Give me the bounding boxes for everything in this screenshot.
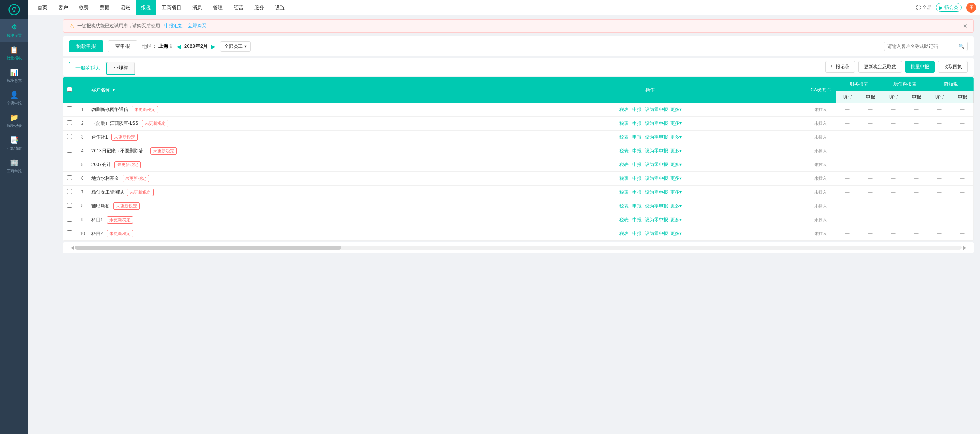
table-row: 10 科目2 未更新税定 税表 申报 设为零申报 更多▾ 未插入 — — — —… xyxy=(63,227,974,240)
op-tax-table-link[interactable]: 税表 xyxy=(619,162,629,167)
op-more-button[interactable]: 更多▾ xyxy=(670,217,682,222)
op-zero-submit-link[interactable]: 设为零申报 xyxy=(645,176,668,181)
op-more-button[interactable]: 更多▾ xyxy=(670,203,682,209)
staff-selector[interactable]: 全部员工 ▾ xyxy=(220,41,251,52)
op-zero-submit-link[interactable]: 设为零申报 xyxy=(645,231,668,236)
update-tax-button[interactable]: 更新税定及取数 xyxy=(858,61,902,73)
op-more-button[interactable]: 更多▾ xyxy=(670,162,682,167)
op-submit-link[interactable]: 申报 xyxy=(632,162,642,167)
op-tax-table-link[interactable]: 税表 xyxy=(619,148,629,153)
op-tax-table-link[interactable]: 税表 xyxy=(619,217,629,222)
op-submit-link[interactable]: 申报 xyxy=(632,148,642,153)
row-checkbox-7[interactable] xyxy=(67,203,72,208)
search-icon[interactable]: 🔍 xyxy=(959,44,964,49)
collect-receipt-button[interactable]: 收取回执 xyxy=(938,61,968,73)
banner-link-report[interactable]: 申报汇签 xyxy=(164,23,183,29)
op-zero-submit-link[interactable]: 设为零申报 xyxy=(645,217,668,222)
tab-general-taxpayer[interactable]: 一般的税人 xyxy=(69,62,107,75)
batch-submit-button[interactable]: 批量申报 xyxy=(905,61,935,73)
nav-settings[interactable]: 设置 xyxy=(270,0,290,15)
op-submit-link[interactable]: 申报 xyxy=(632,217,642,222)
row-checkbox-4[interactable] xyxy=(67,162,72,166)
fullscreen-button[interactable]: ⛶ 全屏 xyxy=(916,4,931,11)
nav-messages[interactable]: 消息 xyxy=(187,0,207,15)
nav-service[interactable]: 服务 xyxy=(249,0,270,15)
op-tax-table-link[interactable]: 税表 xyxy=(619,121,629,126)
tab-small-scale[interactable]: 小规模 xyxy=(107,62,135,74)
tab-zero-declaration[interactable]: 零申报 xyxy=(108,40,137,52)
row-checkbox-6[interactable] xyxy=(67,189,72,194)
vip-button[interactable]: ▶ 畅会员 xyxy=(936,3,962,12)
next-date-button[interactable]: ▶ xyxy=(211,43,216,50)
op-tax-table-link[interactable]: 税表 xyxy=(619,134,629,140)
row-checkbox-5[interactable] xyxy=(67,175,72,180)
op-tax-table-link[interactable]: 税表 xyxy=(619,107,629,112)
op-more-button[interactable]: 更多▾ xyxy=(670,121,682,126)
banner-link-purchase[interactable]: 立即购买 xyxy=(188,23,206,29)
row-checkbox-9[interactable] xyxy=(67,230,72,235)
tax-fill-cell: — xyxy=(882,116,905,130)
op-tax-table-link[interactable]: 税表 xyxy=(619,203,629,209)
op-more-button[interactable]: 更多▾ xyxy=(670,107,682,112)
op-submit-link[interactable]: 申报 xyxy=(632,203,642,209)
nav-customer[interactable]: 客户 xyxy=(53,0,74,15)
op-zero-submit-link[interactable]: 设为零申报 xyxy=(645,189,668,195)
add-fill-cell: — xyxy=(928,103,951,117)
row-checkbox-8[interactable] xyxy=(67,217,72,222)
finance-submit-cell: — xyxy=(859,213,882,227)
status-badge: 未更新税定 xyxy=(122,175,149,182)
nav-operations[interactable]: 经营 xyxy=(228,0,249,15)
search-input[interactable] xyxy=(887,44,956,49)
op-zero-submit-link[interactable]: 设为零申报 xyxy=(645,107,668,112)
op-zero-submit-link[interactable]: 设为零申报 xyxy=(645,134,668,140)
sidebar-item-batch-tax[interactable]: 📋 批量报税 xyxy=(0,42,28,64)
prev-date-button[interactable]: ◀ xyxy=(176,43,181,50)
tab-tax-declaration[interactable]: 税款申报 xyxy=(69,40,103,52)
user-avatar[interactable]: 用 xyxy=(966,3,976,13)
op-more-button[interactable]: 更多▾ xyxy=(670,189,682,195)
select-all-checkbox[interactable] xyxy=(67,87,72,92)
nav-home[interactable]: 首页 xyxy=(32,0,53,15)
op-zero-submit-link[interactable]: 设为零申报 xyxy=(645,203,668,209)
nav-invoice[interactable]: 票据 xyxy=(94,0,115,15)
sidebar-item-personal-tax[interactable]: 👤 个税申报 xyxy=(0,87,28,109)
scroll-left-arrow[interactable]: ◀ xyxy=(69,245,75,251)
nav-tax[interactable]: 报税 xyxy=(136,0,156,15)
th-name[interactable]: 客户名称 ▾ xyxy=(88,77,495,103)
op-submit-link[interactable]: 申报 xyxy=(632,121,642,126)
row-checkbox-3[interactable] xyxy=(67,148,72,153)
nav-management[interactable]: 管理 xyxy=(207,0,228,15)
op-more-button[interactable]: 更多▾ xyxy=(670,176,682,181)
horizontal-scrollbar[interactable]: ◀ ▶ xyxy=(63,242,974,253)
declaration-records-button[interactable]: 申报记录 xyxy=(825,61,855,73)
op-tax-table-link[interactable]: 税表 xyxy=(619,189,629,195)
row-checkbox-1[interactable] xyxy=(67,120,72,125)
nav-billing[interactable]: 收费 xyxy=(74,0,94,15)
op-tax-table-link[interactable]: 税表 xyxy=(619,231,629,236)
op-submit-link[interactable]: 申报 xyxy=(632,231,642,236)
scroll-track[interactable] xyxy=(75,246,962,250)
op-zero-submit-link[interactable]: 设为零申报 xyxy=(645,162,668,167)
op-tax-table-link[interactable]: 税表 xyxy=(619,176,629,181)
sidebar-item-tax-settings[interactable]: ⚙ 报税设置 xyxy=(0,19,28,42)
op-zero-submit-link[interactable]: 设为零申报 xyxy=(645,121,668,126)
op-more-button[interactable]: 更多▾ xyxy=(670,134,682,140)
op-more-button[interactable]: 更多▾ xyxy=(670,148,682,153)
sidebar-item-tax-overview[interactable]: 📊 报税总览 xyxy=(0,64,28,87)
sidebar-item-business-annual[interactable]: 🏢 工商年报 xyxy=(0,155,28,177)
op-submit-link[interactable]: 申报 xyxy=(632,189,642,195)
op-more-button[interactable]: 更多▾ xyxy=(670,231,682,236)
row-checkbox-0[interactable] xyxy=(67,106,72,111)
nav-business[interactable]: 工商项目 xyxy=(156,0,187,15)
op-submit-link[interactable]: 申报 xyxy=(632,176,642,181)
op-zero-submit-link[interactable]: 设为零申报 xyxy=(645,148,668,153)
sidebar-item-tax-records[interactable]: 📁 报税记录 xyxy=(0,109,28,132)
scroll-right-arrow[interactable]: ▶ xyxy=(962,245,968,251)
info-icon[interactable]: ℹ xyxy=(170,44,172,49)
banner-close-button[interactable]: ✕ xyxy=(963,23,967,29)
row-checkbox-2[interactable] xyxy=(67,134,72,139)
sidebar-item-annual-settlement[interactable]: 📑 汇算清缴 xyxy=(0,132,28,155)
op-submit-link[interactable]: 申报 xyxy=(632,107,642,112)
nav-bookkeeping[interactable]: 记账 xyxy=(115,0,136,15)
op-submit-link[interactable]: 申报 xyxy=(632,134,642,140)
